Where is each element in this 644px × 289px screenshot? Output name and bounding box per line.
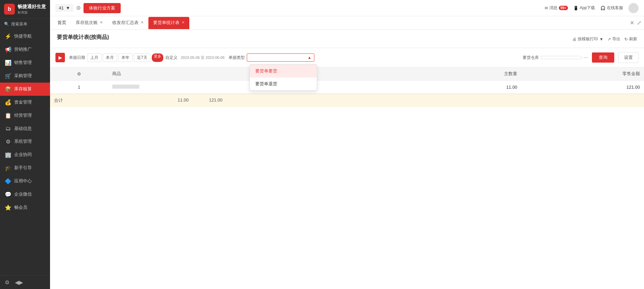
warehouse-filter-group: 要货仓库 ···: [523, 54, 588, 61]
footer-qty: 11.00: [159, 97, 193, 104]
data-table: ⚙ 商品 主计量单位 主数量 零: [50, 67, 644, 94]
wechat-icon: 💬: [5, 191, 11, 198]
print-chevron-icon: ▼: [599, 37, 603, 42]
print-btn[interactable]: 🖨 按模板打印 ▼: [572, 36, 603, 42]
btn-this-month[interactable]: 本月: [103, 53, 117, 62]
type-input[interactable]: [250, 55, 307, 60]
sidebar-item-system[interactable]: ⚙ 系统管理: [0, 135, 50, 148]
footer-unit: [125, 97, 159, 104]
sidebar-item-guide[interactable]: 🎓 新手引导: [0, 161, 50, 175]
purchase-icon: 🛒: [5, 73, 11, 79]
page-title: 要货单统计表(按商品): [57, 34, 109, 41]
date-custom-btn[interactable]: 自定义: [165, 55, 177, 61]
table-wrap: ⚙ 商品 主计量单位 主数量 零: [50, 67, 644, 94]
sidebar-nav: ⚡ 快捷导航 📢 营销推广 📊 销售管理 🛒 采购管理 📦 库存核算 💰 资金管…: [0, 30, 50, 275]
page-content: 要货单统计表(按商品) 🖨 按模板打印 ▼ ↗ 导出 ↻ 刷新: [50, 30, 644, 289]
print-icon: 🖨: [572, 37, 576, 42]
warehouse-select[interactable]: [541, 56, 581, 59]
type-filter-group: 单据类型 ▲: [229, 53, 518, 62]
sales-icon: 📊: [5, 60, 11, 66]
table-footer: 合计 11.00 121.00: [50, 94, 644, 107]
tab-home[interactable]: 首页: [53, 17, 71, 29]
close-inventory-batch-tab[interactable]: ✕: [100, 20, 103, 25]
member-icon: ⭐: [5, 204, 11, 211]
footer-collapse-btn[interactable]: ◀▶: [15, 279, 23, 286]
msg-icon: ✉: [545, 6, 548, 10]
topbar-right: ✉ 消息 99+ 📱 App下载 🎧 在线客服: [545, 3, 639, 13]
close-req-summary-tab[interactable]: ✕: [182, 20, 185, 25]
type-select[interactable]: ▲: [247, 53, 314, 62]
date-range-display: 2023-05-06 至 2023-06-06: [181, 55, 225, 60]
sidebar-item-sales[interactable]: 📊 销售管理: [0, 56, 50, 69]
sidebar-item-finance[interactable]: 💰 资金管理: [0, 96, 50, 109]
export-btn[interactable]: ↗ 导出: [607, 36, 620, 42]
refresh-icon: ↻: [624, 37, 628, 42]
maximize-btn[interactable]: ⤢: [637, 20, 641, 26]
type-dropdown: 要货单要货 要货单退货: [249, 64, 317, 91]
settings-btn[interactable]: 设置: [618, 52, 639, 63]
sidebar-item-wechat[interactable]: 💬 企业微信: [0, 188, 50, 201]
app-download-btn[interactable]: 📱 App下载: [573, 5, 595, 11]
search-icon: 🔍: [4, 22, 9, 26]
sidebar-item-marketing[interactable]: 📢 营销推广: [0, 43, 50, 56]
appstore-icon: 🔷: [5, 178, 11, 184]
filter-expand-btn[interactable]: ▶: [55, 53, 65, 62]
dropdown-item-req-return[interactable]: 要货单退货: [250, 77, 317, 90]
app-icon: 📱: [573, 6, 578, 10]
query-btn[interactable]: 查询: [592, 52, 614, 63]
service-btn[interactable]: 🎧 在线客服: [600, 5, 623, 11]
operation-icon: 📋: [5, 112, 11, 119]
dropdown-item-req-order[interactable]: 要货单要货: [250, 65, 317, 77]
sidebar-search[interactable]: 🔍 搜索菜单: [0, 19, 50, 30]
sidebar-logo: b 畅捷通好生意 标准版: [0, 0, 50, 19]
footer-settings-btn[interactable]: ⚙: [5, 279, 9, 286]
content-area: ▶ 单据日期 上月 本月 本年 近7天 更多 自定义 2023-05-06 至 …: [50, 48, 644, 289]
col-settings: ⚙: [50, 67, 108, 81]
row-amount: 121.00: [521, 81, 644, 94]
col-settings-icon[interactable]: ⚙: [77, 71, 81, 76]
trial-btn[interactable]: 体验行业方案: [84, 3, 121, 13]
topbar-settings-icon[interactable]: ⚙: [76, 5, 81, 11]
sidebar-item-enterprise[interactable]: 🏢 企业协同: [0, 148, 50, 161]
refresh-btn[interactable]: ↻ 刷新: [624, 36, 637, 42]
headset-icon: 🎧: [600, 6, 605, 10]
logo-icon: b: [4, 4, 15, 15]
btn-last-7-days[interactable]: 近7天: [134, 53, 150, 62]
sidebar-item-quick-nav[interactable]: ⚡ 快捷导航: [0, 30, 50, 43]
col-qty: 主数量: [420, 67, 521, 81]
guide-icon: 🎓: [5, 165, 11, 171]
btn-last-month[interactable]: 上月: [87, 53, 101, 62]
footer-amount: 121.00: [193, 97, 226, 104]
filter-bar: ▶ 单据日期 上月 本月 本年 近7天 更多 自定义 2023-05-06 至 …: [50, 48, 644, 67]
date-filter-group: 单据日期 上月 本月 本年 近7天 更多 自定义 2023-05-06 至 20…: [69, 53, 224, 62]
tab-inventory-batch[interactable]: 库存批次账 ✕: [71, 17, 108, 29]
type-chevron-up-icon: ▲: [307, 55, 311, 60]
enterprise-icon: 🏢: [5, 152, 11, 158]
tab-req-summary[interactable]: 要货单统计表 ✕: [148, 17, 189, 29]
sidebar-item-base[interactable]: 🗂 基础信息: [0, 122, 50, 135]
date-more-badge[interactable]: 更多: [152, 53, 163, 62]
row-qty: 11.00: [420, 81, 521, 94]
page-header: 要货单统计表(按商品) 🖨 按模板打印 ▼ ↗ 导出 ↻ 刷新: [50, 30, 644, 48]
sidebar-item-inventory[interactable]: 📦 库存核算: [0, 83, 50, 96]
user-avatar[interactable]: [628, 3, 639, 13]
store-selector[interactable]: 41 ▼: [55, 4, 73, 12]
sidebar-item-appstore[interactable]: 🔷 应用中心: [0, 175, 50, 188]
msg-btn[interactable]: ✉ 消息 99+: [545, 5, 568, 11]
sidebar-item-purchase[interactable]: 🛒 采购管理: [0, 69, 50, 83]
logo-text: 畅捷通好生意 标准版: [18, 3, 46, 15]
table-header-row: ⚙ 商品 主计量单位 主数量 零: [50, 67, 644, 81]
btn-this-year[interactable]: 本年: [118, 53, 133, 62]
sidebar: b 畅捷通好生意 标准版 🔍 搜索菜单 ⚡ 快捷导航 📢 营销推广 📊 销售管理…: [0, 0, 50, 289]
export-icon: ↗: [607, 37, 611, 42]
sidebar-item-member[interactable]: ⭐ 畅会员: [0, 201, 50, 214]
base-icon: 🗂: [5, 126, 11, 132]
close-all-tabs-btn[interactable]: ✕: [630, 20, 634, 26]
more-filter-btn[interactable]: ···: [583, 54, 588, 61]
close-recv-summary-tab[interactable]: ✕: [141, 20, 144, 25]
chevron-down-icon: ▼: [66, 5, 70, 10]
tab-recv-summary[interactable]: 收发存汇总表 ✕: [108, 17, 148, 29]
topbar: 41 ▼ ⚙ 体验行业方案 ✉ 消息 99+ 📱 App下载 🎧 在线客服: [50, 0, 644, 16]
row-seq: 1: [50, 81, 108, 94]
sidebar-item-operation[interactable]: 📋 经营管理: [0, 109, 50, 122]
